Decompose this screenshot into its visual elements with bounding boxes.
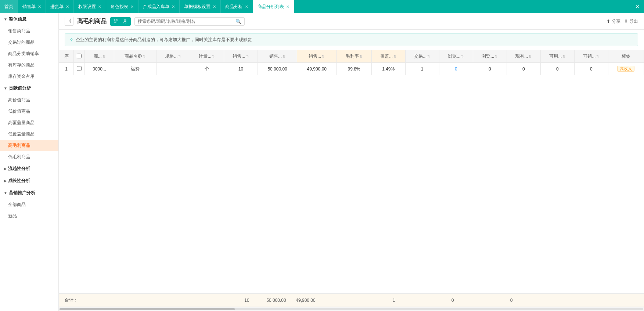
cell-gross-rate: 99.8%: [337, 63, 371, 75]
close-tab-analysis[interactable]: ✕: [245, 4, 248, 9]
cell-check[interactable]: [74, 63, 85, 75]
sidebar-item-in-stock[interactable]: 有库存的商品: [0, 59, 58, 71]
tab-permission[interactable]: 权限设置 ✕: [74, 0, 106, 13]
export-button[interactable]: ⬇ 导出: [624, 18, 638, 25]
footer-cell-empty3: [144, 298, 173, 303]
tab-role[interactable]: 角色授权 ✕: [106, 0, 138, 13]
footer-trade: 1: [379, 298, 409, 303]
cell-browse1[interactable]: 0: [439, 63, 473, 75]
close-tab-product-in[interactable]: ✕: [172, 4, 175, 9]
sidebar-item-high-value[interactable]: 高价值商品: [0, 94, 58, 106]
col-header-code[interactable]: 商... ⇅: [85, 50, 114, 63]
tab-analysis[interactable]: 商品分析 ✕: [221, 0, 253, 13]
col-header-coverage[interactable]: 覆盖... ⇅: [371, 50, 405, 63]
sidebar-group-marketing[interactable]: ▼ 营销推广分析: [0, 187, 58, 199]
footer-sales-qty: 10: [232, 298, 262, 303]
col-header-stock-avail[interactable]: 可用... ⇅: [540, 50, 574, 63]
col-header-name[interactable]: 商品名称 ⇅: [114, 50, 156, 63]
close-tab-template[interactable]: ✕: [213, 4, 216, 9]
close-tab-role[interactable]: ✕: [130, 4, 134, 9]
sidebar-item-low-margin[interactable]: 低毛利商品: [0, 151, 58, 163]
col-header-sales-cost[interactable]: 销售... ⇅: [297, 50, 337, 63]
col-header-sales-qty[interactable]: 销售... ⇅: [224, 50, 258, 63]
sidebar-item-new-goods[interactable]: 新品: [0, 210, 58, 222]
data-table: 序 商... ⇅ 商品名称: [59, 50, 644, 75]
sort-icon-stock-now: ⇅: [529, 55, 532, 58]
tab-product-in[interactable]: 产成品入库单 ✕: [138, 0, 180, 13]
footer-values: 10 50,000.00 49,900.00 1 0 0: [85, 298, 638, 303]
col-header-browse2[interactable]: 浏览... ⇅: [473, 50, 507, 63]
cell-name: 运费: [114, 63, 156, 75]
cell-unit: 个: [190, 63, 224, 75]
sidebar-item-traded-goods[interactable]: 交易过的商品: [0, 37, 58, 48]
tab-home[interactable]: 首页: [0, 0, 18, 13]
share-button[interactable]: ⬆ 分享: [607, 18, 620, 25]
col-header-sales-amount[interactable]: 销售... ⇅: [258, 50, 297, 63]
arrow-marketing: ▼: [4, 191, 7, 195]
col-header-spec[interactable]: 规格... ⇅: [156, 50, 190, 63]
footer-label: 合计：: [65, 297, 78, 303]
sidebar-group-growth[interactable]: ▶ 成长性分析: [0, 175, 58, 187]
sidebar-item-stock-capital[interactable]: 库存资金占用: [0, 71, 58, 82]
search-input[interactable]: [138, 19, 235, 24]
cell-stock-sale: 0: [574, 63, 608, 75]
col-header-seq: 序: [59, 50, 74, 63]
sort-icon-stock-avail: ⇅: [562, 55, 565, 58]
cell-sales-qty: 10: [224, 63, 258, 75]
sidebar-item-low-coverage[interactable]: 低覆盖量商品: [0, 129, 58, 140]
select-all-checkbox[interactable]: [77, 54, 82, 58]
sort-icon-sales-amount: ⇅: [283, 55, 285, 58]
sort-icon-sales-qty: ⇅: [246, 55, 249, 58]
arrow-trend: ▶: [4, 167, 7, 171]
tab-sales[interactable]: 销售单 ✕: [18, 0, 46, 13]
sidebar-item-high-coverage[interactable]: 高覆盖量商品: [0, 117, 58, 129]
col-header-stock-now[interactable]: 现有... ⇅: [507, 50, 540, 63]
col-header-browse1[interactable]: 浏览... ⇅: [439, 50, 473, 63]
col-header-stock-sale[interactable]: 可销... ⇅: [574, 50, 608, 63]
sidebar-item-sales-goods[interactable]: 销售类商品: [0, 25, 58, 37]
bottom-scrollbar[interactable]: [59, 307, 644, 311]
sidebar-item-category-rate[interactable]: 商品分类助销率: [0, 48, 58, 59]
sidebar: ▼ 整体信息 销售类商品 交易过的商品 商品分类助销率 有库存的商品 库存资金占…: [0, 13, 59, 311]
close-tab-sales[interactable]: ✕: [38, 4, 41, 9]
col-header-unit[interactable]: 计量... ⇅: [190, 50, 224, 63]
export-icon: ⬇: [624, 19, 628, 24]
scroll-thumb[interactable]: [60, 308, 235, 310]
sidebar-group-trend[interactable]: ▶ 流趋性分析: [0, 163, 58, 175]
close-tab-permission[interactable]: ✕: [98, 4, 101, 9]
page-title: 高毛利商品: [77, 18, 107, 25]
col-header-trade[interactable]: 交易... ⇅: [405, 50, 439, 63]
scroll-track[interactable]: [60, 308, 643, 310]
tab-purchase[interactable]: 进货单 ✕: [46, 0, 74, 13]
footer-browse2: 0: [438, 298, 467, 303]
tag-badge: 高收入: [617, 66, 634, 72]
close-tab-analysis-list[interactable]: ✕: [286, 4, 289, 9]
footer-browse1: [409, 298, 438, 303]
sidebar-item-all-goods[interactable]: 全部商品: [0, 199, 58, 210]
search-icon[interactable]: 🔍: [235, 19, 241, 24]
time-filter-button[interactable]: 近一月: [110, 17, 131, 26]
footer-stock-avail: 0: [497, 298, 526, 303]
close-all-tabs[interactable]: ✕: [631, 0, 644, 13]
tab-analysis-list[interactable]: 商品分析列表 ✕: [253, 0, 294, 13]
sort-icon-spec: ⇅: [178, 55, 181, 58]
close-tab-purchase[interactable]: ✕: [66, 4, 69, 9]
cell-spec: [156, 63, 190, 75]
cell-code: 0000...: [85, 63, 114, 75]
sidebar-group-overall[interactable]: ▼ 整体信息: [0, 13, 58, 25]
sidebar-group-contribution[interactable]: ▼ 贡献值分析: [0, 82, 58, 94]
sort-icon-browse2: ⇅: [495, 55, 498, 58]
cell-sales-amount: 50,000.00: [258, 63, 297, 75]
col-header-gross-rate[interactable]: 毛利率 ⇅: [337, 50, 371, 63]
table-footer: 合计： 10 50,000.00 49,900.00 1 0 0: [59, 293, 644, 307]
cell-browse2: 0: [473, 63, 507, 75]
tab-template[interactable]: 单据模板设置 ✕: [180, 0, 221, 13]
sidebar-item-high-margin[interactable]: 高毛利商品: [0, 140, 58, 151]
sidebar-item-low-value[interactable]: 低价值商品: [0, 106, 58, 117]
search-box: 🔍: [134, 17, 245, 26]
collapse-sidebar-button[interactable]: 《: [65, 17, 73, 26]
row-checkbox[interactable]: [77, 66, 82, 71]
content-area: 《 高毛利商品 近一月 🔍 ⬆ 分享 ⬇ 导出 ✧ 企业的主要的利润都是这部: [59, 13, 644, 311]
info-banner: ✧ 企业的主要的利润都是这部分商品创造的，可考虑加大推广，同时关注库存是不要出现…: [65, 33, 638, 46]
footer-empty-gross: [320, 298, 350, 303]
